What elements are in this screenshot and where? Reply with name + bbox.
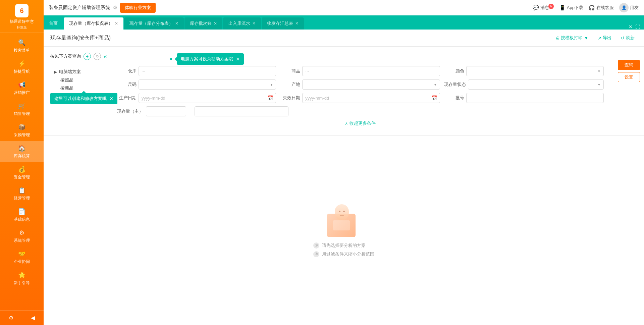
scheme-tooltip-close[interactable]: ✕: [236, 56, 240, 62]
empty-tip-2: ② 用过滤条件来缩小分析范围: [313, 251, 374, 257]
origin-select[interactable]: ▼: [302, 79, 440, 90]
scheme-group-desktop: ▶ 电脑端方案 按照品 按商品: [54, 67, 111, 92]
sidebar-item-sales[interactable]: 🛒 销售管理: [0, 99, 44, 120]
header-settings-icon[interactable]: ⚙: [113, 4, 117, 11]
sidebar-item-label: 资金管理: [14, 174, 30, 180]
filter-right-actions: 查询 设置: [618, 60, 640, 82]
sidebar-item-quick-nav[interactable]: ⚡ 快捷导航: [0, 57, 44, 78]
fullscreen-icon[interactable]: ⛶: [635, 24, 640, 30]
tab-recv-send-summary[interactable]: 收发存汇总表 ✕: [262, 17, 304, 30]
print-btn[interactable]: 🖨 按模板打印 ▼: [552, 34, 591, 42]
tip-num-2: ②: [313, 251, 319, 257]
filter-row-4: 现存量（主） —: [116, 106, 604, 116]
filter-row-2: 尺码 ▼ 产地 ▼: [116, 79, 604, 90]
sidebar-item-purchase[interactable]: 📦 采购管理: [0, 120, 44, 141]
qty-range-end[interactable]: [195, 106, 288, 116]
scheme-tooltip: 电脑方案可设为移动方案哦 ✕: [177, 53, 244, 65]
inventory-status-select[interactable]: ▼: [468, 79, 604, 90]
scheme-item-by-warehouse[interactable]: 按照品: [54, 76, 111, 84]
sidebar-item-operation[interactable]: 📋 经营管理: [0, 183, 44, 205]
size-select[interactable]: ▼: [139, 79, 276, 90]
sidebar-footer: ⚙ ◀: [0, 310, 44, 325]
empty-state: ① 请先选择要分析的方案 ② 用过滤条件来缩小分析范围: [313, 204, 374, 257]
trial-button[interactable]: 体验行业方案: [120, 3, 156, 13]
filter-rows: 仓库 ··· 商品 ··· 颜色: [111, 66, 604, 131]
create-tooltip-close[interactable]: ✕: [109, 96, 113, 101]
tab-bar: 首页 现存量（库存状况表） ✕ 现存量（库存分布表） ✕ 库存批次账 ✕ 出入库…: [44, 15, 644, 30]
filter-cell-warehouse: 仓库 ···: [116, 66, 276, 76]
print-label: 按模板打印: [561, 35, 583, 41]
size-label: 尺码: [116, 82, 137, 88]
create-tooltip: 这里可以创建和修改方案哦 ✕: [50, 93, 117, 104]
main-area: 装备及固定资产辅助管理系统 ⚙ 体验行业方案 💬 消息 6 📱 App下载 🎧 …: [44, 0, 644, 325]
sidebar-item-inventory[interactable]: 🏠 库存核算: [0, 141, 44, 162]
refresh-label: 刷新: [626, 35, 635, 41]
warehouse-dots: ···: [142, 69, 145, 74]
goods-dots: ···: [305, 69, 309, 74]
refresh-btn[interactable]: ↺ 刷新: [618, 34, 637, 42]
sidebar-item-system[interactable]: ⚙ 系统管理: [0, 226, 44, 247]
message-action[interactable]: 💬 消息 6: [533, 5, 554, 11]
tab-inventory-dist-close[interactable]: ✕: [175, 21, 178, 26]
filter-arrow-btn[interactable]: «: [104, 53, 107, 60]
tab-home[interactable]: 首页: [44, 17, 63, 30]
filter-cell-size: 尺码 ▼: [116, 79, 276, 90]
sales-icon: 🛒: [18, 102, 25, 110]
produce-date-input[interactable]: yyyy-mm-dd 📅: [139, 93, 276, 103]
export-btn[interactable]: ↗ 导出: [595, 34, 614, 42]
tab-inventory-dist[interactable]: 现存量（库存分布表） ✕: [124, 17, 184, 30]
qty-range-start[interactable]: [146, 106, 186, 116]
origin-select-arrow: ▼: [434, 83, 437, 87]
tab-recv-send-summary-close[interactable]: ✕: [295, 21, 299, 26]
filter-add-scheme-btn[interactable]: +: [84, 53, 91, 60]
online-support-action[interactable]: 🎧 在线客服: [589, 5, 614, 11]
sidebar-item-marketing[interactable]: 📢 营销推广: [0, 78, 44, 99]
guide-icon: 🌟: [18, 271, 25, 279]
warehouse-input[interactable]: ···: [139, 66, 276, 76]
tab-batch-ledger-close[interactable]: ✕: [214, 21, 217, 26]
sidebar-item-basic[interactable]: 📄 基础信息: [0, 205, 44, 226]
sidebar-item-enterprise[interactable]: 🤝 企业协同: [0, 247, 44, 268]
filter-cell-produce-date: 生产日期 yyyy-mm-dd 📅: [116, 93, 276, 103]
sidebar-item-guide[interactable]: 🌟 新手引导: [0, 268, 44, 289]
collapse-label: 收起更多条件: [350, 120, 376, 126]
range-separator: —: [188, 109, 193, 114]
expire-date-label: 失效日期: [280, 95, 300, 101]
filter-refresh-btn[interactable]: ↺: [94, 53, 101, 60]
message-label: 消息: [540, 5, 549, 11]
page-title: 现存量查询(按仓库+商品): [50, 35, 111, 42]
empty-illustration: [322, 204, 366, 237]
close-all-tabs-icon[interactable]: ✕: [629, 24, 633, 30]
expire-date-input[interactable]: yyyy-mm-dd 📅: [302, 93, 440, 103]
sidebar-item-label: 经营管理: [14, 196, 30, 201]
user-action[interactable]: 👤 用友: [619, 3, 639, 12]
tab-inout-flow-close[interactable]: ✕: [252, 21, 256, 26]
scheme-desktop-label: 电脑端方案: [59, 69, 81, 75]
filter-header: 按以下方案查询 + ↺ « 电脑方案可设为移动方案哦 ✕: [50, 51, 604, 62]
filter-label: 按以下方案查询: [50, 53, 81, 59]
scheme-group-desktop-header[interactable]: ▶ 电脑端方案: [54, 67, 111, 76]
tab-batch-ledger[interactable]: 库存批次账 ✕: [184, 17, 222, 30]
sidebar-item-finance[interactable]: 💰 资金管理: [0, 162, 44, 183]
color-select[interactable]: ▼: [466, 66, 604, 76]
filter-body: ▶ 电脑端方案 按照品 按商品 ▶ 移动端方案 这里可: [50, 66, 604, 131]
inventory-icon: 🏠: [18, 145, 25, 152]
tab-batch-ledger-label: 库存批次账: [190, 20, 212, 26]
collapse-sidebar-btn[interactable]: ◀: [31, 315, 35, 321]
expire-date-calendar-icon: 📅: [431, 95, 437, 101]
empty-ghost: [335, 204, 349, 220]
tab-home-label: 首页: [49, 20, 58, 26]
qty-range: —: [146, 106, 604, 116]
batch-num-input[interactable]: [466, 93, 604, 103]
app-download-action[interactable]: 📱 App下载: [559, 5, 583, 11]
query-button[interactable]: 查询: [618, 60, 640, 70]
goods-input[interactable]: ···: [302, 66, 440, 76]
collapse-btn[interactable]: ∧ 收起更多条件: [116, 118, 604, 128]
empty-box-inner: [333, 220, 350, 230]
settings-footer-btn[interactable]: ⚙: [9, 315, 13, 321]
tab-inventory-status[interactable]: 现存量（库存状况表） ✕: [64, 17, 123, 30]
sidebar-item-search-menu[interactable]: 🔍 搜索菜单: [0, 36, 44, 57]
settings-button[interactable]: 设置: [618, 72, 640, 82]
tab-inout-flow[interactable]: 出入库流水 ✕: [223, 17, 261, 30]
tab-inventory-status-close[interactable]: ✕: [115, 21, 118, 26]
